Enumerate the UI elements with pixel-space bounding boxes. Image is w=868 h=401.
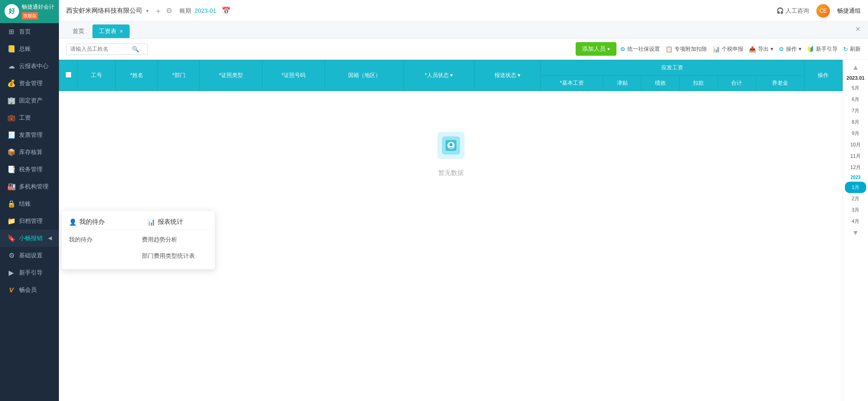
col-dept-header: *部门 [158, 60, 200, 91]
help-button[interactable]: 🎧 人工咨询 [776, 7, 809, 15]
tab-close-all[interactable]: ✕ [855, 25, 861, 33]
sidebar-item-guide[interactable]: ▶ 新手引导 [0, 264, 59, 281]
user-avatar[interactable]: CE [816, 4, 830, 18]
sidebar-label-member: 畅会员 [19, 286, 37, 294]
invoice-icon: 🧾 [7, 131, 15, 139]
add-company-button[interactable]: ＋ [154, 5, 162, 16]
empty-state: 暂无数据 [59, 91, 843, 213]
timeline-6[interactable]: 6月 [843, 94, 868, 105]
operations-button[interactable]: ⚙ 操作 ▾ [779, 45, 801, 53]
help-label: 人工咨询 [786, 7, 809, 15]
popup-divider [69, 230, 208, 230]
tax-icon: 📑 [7, 165, 15, 174]
special-deduction-button[interactable]: 📋 专项附加扣除 [665, 45, 707, 53]
sidebar-item-cloud-report[interactable]: ☁ 云报表中心 [0, 58, 59, 75]
col-total-header: 合计 [718, 76, 756, 91]
sidebar-item-salary[interactable]: 💼 工资 [0, 109, 59, 126]
popup-section2-icon: 📊 [147, 218, 155, 226]
operations-icon: ⚙ [779, 46, 784, 53]
tab-salary-label: 工资表 [99, 27, 116, 35]
tab-salary-close[interactable]: ✕ [119, 29, 123, 34]
col-checkbox-header[interactable] [59, 60, 78, 91]
select-all-checkbox[interactable] [65, 72, 72, 78]
inventory-icon: 📦 [7, 148, 15, 156]
timeline-11[interactable]: 11月 [843, 150, 868, 162]
company-dropdown-icon[interactable]: ▾ [146, 8, 149, 14]
special-deduction-label: 专项附加扣除 [674, 45, 707, 53]
guide-toolbar-icon: 🔰 [807, 46, 814, 53]
popup-item-expense-trend[interactable]: 费用趋势分析 [142, 234, 208, 246]
timeline-12[interactable]: 12月 [843, 162, 868, 173]
sidebar-item-archive[interactable]: 📁 归档管理 [0, 213, 59, 230]
popup-item-mywork[interactable]: 我的待办 [69, 234, 135, 246]
settings-icon: ⚙ [7, 251, 15, 260]
timeline-2[interactable]: 2月 [843, 193, 868, 204]
timeline-3[interactable]: 3月 [843, 204, 868, 216]
sidebar-item-member[interactable]: V 畅会员 [0, 281, 59, 299]
timeline-10[interactable]: 10月 [843, 139, 868, 150]
sidebar-item-multi-org[interactable]: 🏭 多机构管理 [0, 178, 59, 195]
timeline-5[interactable]: 5月 [843, 82, 868, 94]
svg-rect-4 [450, 143, 452, 146]
popup-col2-header: 📊 报表统计 [147, 218, 208, 226]
salary-icon: 💼 [7, 114, 15, 122]
sidebar-item-closing[interactable]: 🔒 结账 [0, 195, 59, 213]
cloud-icon: ☁ [7, 62, 15, 70]
sidebar-label-ledger: 总账 [19, 45, 31, 53]
sidebar-item-fund[interactable]: 💰 资金管理 [0, 75, 59, 92]
sidebar-item-home[interactable]: ⊞ 首页 [0, 23, 59, 40]
search-icon: 🔍 [132, 46, 139, 53]
col-person-status-header[interactable]: *人员状态 ▾ [404, 60, 474, 91]
timeline-8[interactable]: 8月 [843, 116, 868, 128]
timeline-1[interactable]: 1月 [845, 182, 866, 193]
timeline-next-arrow[interactable]: ▼ [850, 227, 861, 239]
refresh-button[interactable]: ↻ 刷新 [843, 45, 861, 53]
period-value: 2023-01 [194, 7, 216, 14]
export-button[interactable]: 📤 导出 ▾ [749, 45, 773, 53]
col-allowance-header: 津贴 [603, 76, 641, 91]
timeline-year-label: 2023.01 [847, 73, 865, 82]
sidebar-item-ledger[interactable]: 📒 总账 [0, 40, 59, 58]
main-content: 西安虾米网络科技有限公司 ▾ ＋ ⚙ 账期 2023-01 📅 🎧 人工咨询 C… [59, 0, 868, 401]
social-insurance-button[interactable]: ⚙ 统一社保设置 [620, 45, 660, 53]
right-timeline-panel: ▲ 2023.01 5月 6月 7月 8月 9月 10月 11月 12月 202… [843, 60, 868, 401]
col-performance-header: 绩效 [641, 76, 679, 91]
sidebar-item-xiaochang[interactable]: 🔖 小畅报销 ◀ [0, 230, 59, 247]
timeline-9[interactable]: 9月 [843, 128, 868, 139]
logo-name: 畅捷通好会计 [22, 4, 54, 11]
sidebar-label-closing: 结账 [19, 200, 31, 208]
tab-salary[interactable]: 工资表 ✕ [92, 24, 130, 38]
timeline-4[interactable]: 4月 [843, 216, 868, 227]
popup-item-dept-expense[interactable]: 部门费用类型统计表 [142, 250, 208, 262]
sidebar-label-fund: 资金管理 [19, 79, 43, 87]
calendar-icon[interactable]: 📅 [222, 6, 231, 15]
timeline-prev-arrow[interactable]: ▲ [850, 62, 861, 73]
col-id-type-header: *证照类型 [200, 60, 262, 91]
tax-report-icon: 📊 [713, 46, 720, 53]
col-action-header: 操作 [804, 60, 842, 91]
export-icon: 📤 [749, 46, 756, 53]
username[interactable]: 畅捷通组 [837, 7, 861, 15]
sidebar-item-tax[interactable]: 📑 税务管理 [0, 161, 59, 178]
guide-button[interactable]: 🔰 新手引导 [807, 45, 838, 53]
company-name[interactable]: 西安虾米网络科技有限公司 [66, 7, 142, 15]
company-settings-icon[interactable]: ⚙ [166, 6, 172, 15]
sidebar-item-invoice[interactable]: 🧾 发票管理 [0, 126, 59, 144]
add-person-label: 添加人员 [582, 45, 606, 53]
toolbar-actions: ⚙ 统一社保设置 📋 专项附加扣除 📊 个税申报 📤 导出 ▾ ⚙ 操作 ▾ [620, 45, 861, 53]
sidebar-label-salary: 工资 [19, 114, 31, 122]
sidebar-item-fixed-assets[interactable]: 🏢 固定资产 [0, 92, 59, 109]
sidebar-item-inventory[interactable]: 📦 库存核算 [0, 144, 59, 161]
sidebar-label-xiaochang: 小畅报销 [19, 234, 43, 242]
tab-home[interactable]: 首页 [66, 24, 91, 38]
sidebar-item-basic-settings[interactable]: ⚙ 基础设置 [0, 247, 59, 264]
col-nationality-header: 国籍（地区） [325, 60, 404, 91]
tabbar: 首页 工资表 ✕ ✕ [59, 22, 868, 39]
add-person-button[interactable]: 添加人员 ▾ [576, 42, 616, 56]
timeline-7[interactable]: 7月 [843, 105, 868, 116]
popup-section1-icon: 👤 [69, 218, 77, 226]
col-report-status-header[interactable]: 报送状态 ▾ [474, 60, 541, 91]
search-input[interactable] [70, 46, 129, 52]
tax-report-button[interactable]: 📊 个税申报 [713, 45, 743, 53]
app-logo[interactable]: 好 畅捷通好会计 旗舰版 [0, 0, 59, 23]
